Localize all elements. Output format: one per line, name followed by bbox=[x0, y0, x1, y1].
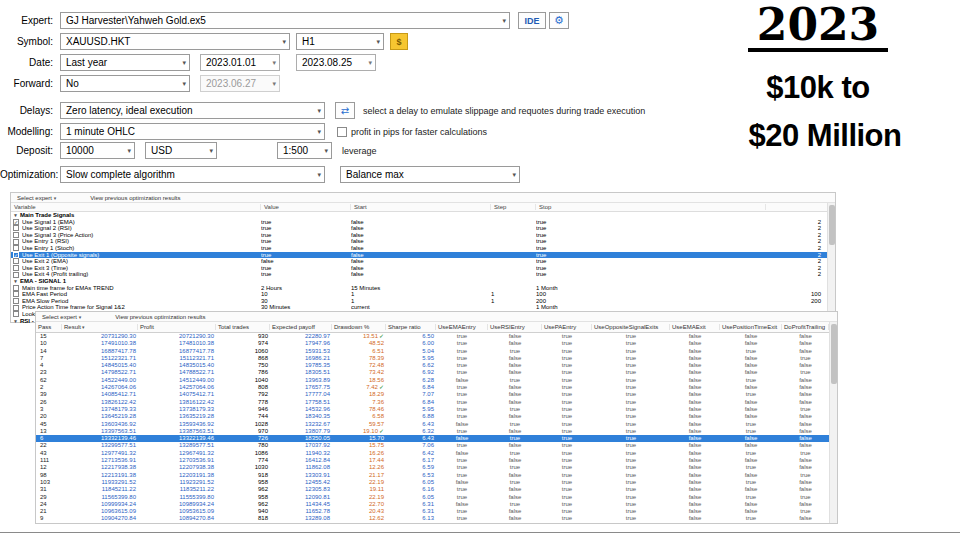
result-row[interactable]: 2911565399.8011555399.8095812090.8122.19… bbox=[36, 494, 837, 501]
criterion-select[interactable]: Balance max ▾ bbox=[340, 166, 520, 183]
result-row[interactable]: 2213299577.5113289577.5178017037.9215.75… bbox=[36, 442, 837, 449]
select-expert-dropdown[interactable]: Select expert ▾ bbox=[42, 314, 81, 320]
param-row[interactable]: Use Signal 2 (RSI)truefalsetrue2 bbox=[11, 225, 835, 232]
result-row[interactable]: 1313397563.5113387563.5197013807.7919.10… bbox=[36, 428, 837, 435]
spinner-icon[interactable]: ▾ bbox=[368, 59, 372, 67]
param-checkbox[interactable] bbox=[13, 265, 19, 271]
results-col-header[interactable]: Expected payoff bbox=[270, 324, 332, 330]
result-row[interactable]: 910904270.8410894270.8481813289.0812.626… bbox=[36, 515, 837, 522]
params-col-header[interactable]: Variable bbox=[11, 204, 261, 210]
collapse-icon[interactable]: ▾ bbox=[11, 278, 20, 285]
optimization-select[interactable]: Slow complete algorithm ▾ bbox=[60, 166, 325, 183]
results-col-header[interactable]: UsePAEntry bbox=[542, 324, 592, 330]
results-col-header[interactable]: Profit bbox=[138, 324, 216, 330]
timeframe-select[interactable]: H1 ▾ bbox=[296, 33, 384, 50]
leverage-select[interactable]: 1:500 ▾ bbox=[277, 142, 332, 159]
result-row[interactable]: 2110963615.0910953615.0994011652.7820.43… bbox=[36, 508, 837, 515]
results-col-header[interactable]: UseEMAEntry bbox=[436, 324, 488, 330]
result-row[interactable]: 3111845211.2211835211.2296212305.8319.11… bbox=[36, 486, 837, 493]
param-row[interactable]: EMA Slow Period3011200200 bbox=[11, 298, 835, 305]
view-previous-results-link[interactable]: View previous optimization results bbox=[90, 195, 180, 201]
params-col-header[interactable]: Step bbox=[491, 204, 536, 210]
param-row[interactable]: Use Exit 4 (Profit trailing)truefalsetru… bbox=[11, 271, 835, 278]
latency-icon[interactable]: ⇄ bbox=[335, 102, 355, 119]
param-row[interactable]: EMA Fast Period1011100100 bbox=[11, 291, 835, 298]
param-checkbox[interactable]: ✓ bbox=[13, 219, 19, 225]
scrollbar-thumb[interactable] bbox=[829, 205, 835, 245]
param-checkbox[interactable] bbox=[13, 298, 19, 304]
param-row[interactable]: ✓Use Signal 1 (EMA)truefalsetrue2 bbox=[11, 219, 835, 226]
scrollbar-thumb[interactable] bbox=[831, 324, 837, 384]
result-row[interactable]: 613332139.4613322139.4672618350.0515.706… bbox=[36, 435, 837, 442]
results-col-header[interactable]: UseEMAExit bbox=[670, 324, 720, 330]
results-col-header[interactable]: UseOppositeSignalExits bbox=[592, 324, 670, 330]
view-previous-results-link[interactable]: View previous optimization results bbox=[115, 314, 205, 320]
symbol-properties-icon[interactable]: $ bbox=[390, 33, 408, 50]
param-row[interactable]: Use Exit 3 (Time)truefalsetrue2 bbox=[11, 265, 835, 272]
result-row[interactable]: 1416887417.7816877417.78106015931.536.51… bbox=[36, 348, 837, 355]
result-row[interactable]: 1212217938.3812207938.38103011862.0812.2… bbox=[36, 464, 837, 471]
date-from-field[interactable]: 2023.01.01 ▾ bbox=[200, 54, 280, 71]
result-row[interactable]: 11112713536.9112703536.9177416412.8417.4… bbox=[36, 457, 837, 464]
param-checkbox[interactable] bbox=[13, 311, 19, 317]
date-to-field[interactable]: 2023.08.25 ▾ bbox=[296, 54, 376, 71]
params-col-header[interactable]: Start bbox=[351, 204, 491, 210]
param-row[interactable]: Price Action Time frame for Signal 1&230… bbox=[11, 304, 835, 311]
result-row[interactable]: 6214522449.0014512449.00104013963.8918.5… bbox=[36, 377, 837, 384]
results-col-header[interactable]: DoProfitTrailing bbox=[782, 324, 829, 330]
param-checkbox[interactable] bbox=[13, 291, 19, 297]
param-checkbox[interactable] bbox=[13, 232, 19, 238]
params-col-header[interactable]: Stop bbox=[536, 204, 766, 210]
ide-button[interactable]: IDE bbox=[518, 12, 546, 29]
param-checkbox[interactable]: ✓ bbox=[13, 252, 19, 258]
param-checkbox[interactable] bbox=[13, 239, 19, 245]
result-row[interactable]: 313748179.3313738179.3394614532.9678.465… bbox=[36, 406, 837, 413]
results-col-header[interactable]: Result▾ bbox=[62, 324, 138, 330]
result-row[interactable]: 1017491010.3817481010.3897417947.9648.52… bbox=[36, 340, 837, 347]
param-row[interactable]: ✓Use Exit 1 (Opposite signals)truefalset… bbox=[11, 252, 835, 259]
param-row[interactable]: Use Signal 3 (Price Action)truefalsetrue… bbox=[11, 232, 835, 239]
param-checkbox[interactable] bbox=[13, 285, 19, 291]
result-row[interactable]: 10311933291.5211923291.5295812455.4222.1… bbox=[36, 479, 837, 486]
collapse-icon[interactable]: ▾ bbox=[11, 318, 20, 325]
expert-select[interactable]: GJ Harvester\Yahweh Gold.ex5 ▾ bbox=[60, 12, 510, 29]
result-row[interactable]: 1520731290.3020721290.3093022280.9713.51… bbox=[36, 333, 837, 340]
results-col-header[interactable]: UsePositionTimeExit bbox=[720, 324, 782, 330]
results-col-header[interactable]: Sharpe ratio bbox=[386, 324, 436, 330]
param-checkbox[interactable] bbox=[13, 258, 19, 264]
results-col-header[interactable]: Total trades bbox=[216, 324, 270, 330]
result-row[interactable]: 3914085412.7114075412.7179217777.0418.29… bbox=[36, 391, 837, 398]
spinner-icon[interactable]: ▾ bbox=[272, 59, 276, 67]
results-col-header[interactable]: Drawdown % bbox=[332, 324, 386, 330]
result-row[interactable]: 9812213191.3812203191.3891813303.9121.17… bbox=[36, 472, 837, 479]
param-checkbox[interactable] bbox=[13, 305, 19, 311]
param-group-row[interactable]: ▾Main Trade Signals bbox=[11, 212, 835, 219]
param-checkbox[interactable] bbox=[13, 245, 19, 251]
profit-in-pips-checkbox[interactable] bbox=[337, 127, 347, 137]
param-checkbox[interactable] bbox=[13, 272, 19, 278]
date-range-select[interactable]: Last year ▾ bbox=[60, 54, 190, 71]
result-row[interactable]: 4312977491.3212967491.32108611940.3216.2… bbox=[36, 450, 837, 457]
result-row[interactable]: 715122321.7115112321.7186816986.2178.395… bbox=[36, 355, 837, 362]
result-row[interactable]: 2314798522.7114788522.7178618305.5173.42… bbox=[36, 369, 837, 376]
collapse-icon[interactable]: ▾ bbox=[11, 212, 20, 219]
results-col-header[interactable]: Pass bbox=[36, 324, 62, 330]
param-row[interactable]: Use Exit 2 (EMA)falsefalsetrue2 bbox=[11, 258, 835, 265]
result-row[interactable]: 414845015.4014835015.4075019785.3572.486… bbox=[36, 362, 837, 369]
results-col-header[interactable]: UseRSIEntry bbox=[488, 324, 542, 330]
result-row[interactable]: 2013645219.2813635219.2874418340.356.586… bbox=[36, 413, 837, 420]
param-group-row[interactable]: ▾EMA - SIGNAL 1 bbox=[11, 278, 835, 285]
result-row[interactable]: 214267064.0614257064.0680817657.757.42✓6… bbox=[36, 384, 837, 391]
deposit-select[interactable]: 10000 ▾ bbox=[60, 142, 135, 159]
param-checkbox[interactable] bbox=[13, 225, 19, 231]
params-scrollbar[interactable] bbox=[827, 203, 835, 322]
param-row[interactable]: Use Entry 1 (RSI)truefalsetrue2 bbox=[11, 238, 835, 245]
select-expert-dropdown[interactable]: Select expert ▾ bbox=[17, 195, 56, 201]
params-col-header[interactable]: Value bbox=[261, 204, 351, 210]
modelling-select[interactable]: 1 minute OHLC ▾ bbox=[60, 123, 325, 140]
results-scrollbar[interactable] bbox=[829, 322, 837, 523]
delays-select[interactable]: Zero latency, ideal execution ▾ bbox=[60, 102, 325, 119]
currency-select[interactable]: USD ▾ bbox=[145, 142, 217, 159]
result-row[interactable]: 2410999934.2410989934.2496211434.4522.70… bbox=[36, 501, 837, 508]
forward-select[interactable]: No ▾ bbox=[60, 75, 190, 92]
